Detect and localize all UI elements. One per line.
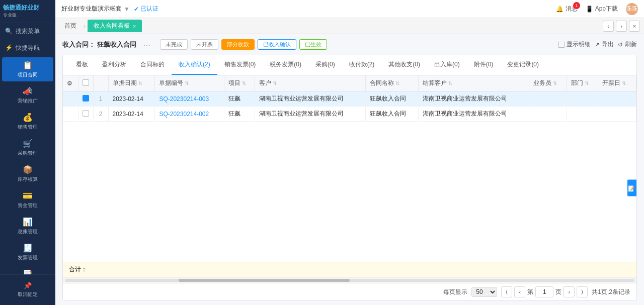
tab-separator: ›	[84, 23, 86, 30]
home-tab[interactable]: 首页	[59, 22, 82, 30]
scroll-thumb[interactable]	[179, 279, 350, 282]
sort-date-icon: ⇅	[138, 80, 142, 86]
column-customer[interactable]: 客户⇅	[255, 75, 365, 91]
page-input[interactable]	[535, 286, 553, 297]
app-download-btn[interactable]: 📱 App下载	[586, 5, 618, 13]
tab-close-btn[interactable]: ×	[133, 23, 136, 29]
refresh-btn[interactable]: ↺ 刷新	[618, 40, 637, 49]
column-date[interactable]: 单据日期⇅	[108, 75, 155, 91]
row-checkbox[interactable]	[83, 95, 89, 101]
sales-icon: 💰	[23, 113, 33, 122]
doc-number-link[interactable]: SQ-20230214-002	[159, 111, 209, 118]
invoice-icon: 🧾	[23, 243, 33, 253]
avatar: 珠珠	[626, 3, 638, 15]
show-detail-btn[interactable]: 显示明细	[558, 40, 591, 49]
scroll-track	[65, 279, 634, 282]
topbar-right: 🔔 1 消息 📱 App下载 珠珠	[556, 3, 638, 15]
tab-close-all-btn[interactable]: ×	[629, 21, 640, 32]
company-selector[interactable]: 好业财专业版演示帐套 ▼	[61, 5, 130, 13]
table-wrapper: ⚙ 单据日期⇅ 单据编号⇅ 项目⇅ 客户⇅ 合同名称⇅ 结算客户⇅ 业务员⇅	[63, 75, 636, 300]
column-project[interactable]: 项目⇅	[224, 75, 255, 91]
tab-other-income[interactable]: 其他收支(0)	[381, 55, 427, 75]
sort-settlement-icon: ⇅	[448, 80, 452, 86]
inner-tabs: 看板 盈利分析 合同标的 收入确认(2) 销售发票(0) 税务发票(0) 采购(…	[63, 55, 636, 75]
row-doc-number[interactable]: SQ-20230214-003	[155, 91, 224, 107]
status-incomplete-btn[interactable]: 未完成	[160, 39, 188, 50]
tab-change-log[interactable]: 变更记录(0)	[500, 55, 546, 75]
select-all-checkbox[interactable]	[83, 79, 89, 86]
column-settlement-customer[interactable]: 结算客户⇅	[419, 75, 529, 91]
logo-sub-text: 专业版	[3, 12, 39, 19]
sidebar-item-general[interactable]: 📊 总账管理	[0, 213, 55, 239]
tab-sales-invoice[interactable]: 销售发票(0)	[217, 55, 263, 75]
status-uninvoiced-btn[interactable]: 未开票	[191, 39, 218, 50]
tab-kanban[interactable]: 看板	[69, 55, 95, 75]
horizontal-scrollbar[interactable]	[63, 277, 636, 283]
company-name: 好业财专业版演示帐套	[61, 5, 122, 13]
row-settings[interactable]	[63, 91, 78, 107]
tab-payment[interactable]: 收付款(2)	[342, 55, 382, 75]
export-btn[interactable]: ↗ 导出	[595, 40, 614, 49]
sidebar-item-invoice[interactable]: 🧾 发票管理	[0, 239, 55, 265]
messages-btn[interactable]: 🔔 1 消息	[556, 5, 578, 13]
row-checkbox-cell[interactable]	[78, 107, 93, 122]
tab-contract-items[interactable]: 合同标的	[133, 55, 172, 75]
sidebar-item-tax[interactable]: 📑 税务管理	[0, 265, 55, 274]
column-contract-name[interactable]: 合同名称⇅	[365, 75, 419, 91]
sidebar-item-sales[interactable]: 💰 销售管理	[0, 109, 55, 135]
sidebar-item-project-contract[interactable]: 📋 项目合同	[2, 57, 53, 81]
search-icon: 🔍	[5, 28, 13, 35]
row-salesman	[529, 107, 567, 122]
tab-prev-btn[interactable]: ‹	[603, 21, 614, 32]
tab-attachment[interactable]: 附件(0)	[467, 55, 501, 75]
sidebar-unpin-btn[interactable]: 📌 取消固定	[0, 278, 55, 302]
purchase-icon: 🛒	[23, 139, 33, 148]
next-page-btn[interactable]: ›	[564, 286, 575, 297]
per-page-select[interactable]: 50 100 200	[471, 287, 497, 297]
tab-purchase[interactable]: 采购(0)	[308, 55, 342, 75]
last-page-btn[interactable]: ⟩	[577, 286, 588, 297]
column-settings[interactable]: ⚙	[63, 75, 78, 91]
sort-contract-icon: ⇅	[395, 80, 399, 86]
tab-tax-invoice[interactable]: 税务发票(0)	[263, 55, 308, 75]
tab-warehouse[interactable]: 出入库(0)	[427, 55, 467, 75]
right-note-btn[interactable]: 📝	[627, 180, 636, 196]
export-label: 导出	[602, 40, 614, 49]
tab-revenue-confirm[interactable]: 收入确认(2)	[172, 55, 217, 75]
user-avatar-btn[interactable]: 珠珠	[626, 3, 638, 15]
doc-number-link[interactable]: SQ-20230214-003	[159, 95, 209, 103]
column-department[interactable]: 部门⇅	[567, 75, 598, 91]
sidebar-item-funds[interactable]: 💳 资金管理	[0, 187, 55, 213]
tab-profit-analysis[interactable]: 盈利分析	[95, 55, 133, 75]
contract-more-btn[interactable]: ···	[143, 41, 151, 49]
quick-nav-icon: ⚡	[5, 44, 13, 51]
column-invoice-date[interactable]: 开票日⇅	[598, 75, 636, 91]
column-salesman[interactable]: 业务员⇅	[529, 75, 567, 91]
table-row[interactable]: 2 2023-02-14 SQ-20230214-002 狂飙 湖南卫视商业运营…	[63, 107, 636, 122]
status-effective-btn[interactable]: 已生效	[299, 39, 327, 50]
row-settings[interactable]	[63, 107, 78, 122]
sidebar-item-marketing[interactable]: 📣 营销推广	[0, 82, 55, 109]
row-date: 2023-02-14	[108, 107, 155, 122]
prev-page-btn[interactable]: ‹	[514, 286, 525, 297]
sidebar-item-quick-nav[interactable]: ⚡ 快捷导航	[0, 40, 55, 56]
sidebar-menu: 🔍 搜索菜单 ⚡ 快捷导航 📋 项目合同 📣 营销推广 💰 销售管理 🛒 采购管…	[0, 23, 55, 274]
status-partial-btn[interactable]: 部分收款	[221, 39, 255, 50]
row-checkbox[interactable]	[83, 110, 89, 117]
row-doc-number[interactable]: SQ-20230214-002	[155, 107, 224, 122]
row-checkbox-cell[interactable]	[78, 91, 93, 107]
column-checkbox[interactable]	[78, 75, 93, 91]
sidebar-item-purchase[interactable]: 🛒 采购管理	[0, 135, 55, 161]
column-number[interactable]: 单据编号⇅	[155, 75, 224, 91]
active-tab[interactable]: 收入合同看板 ×	[88, 20, 142, 32]
table-row[interactable]: 1 2023-02-14 SQ-20230214-003 狂飙 湖南卫视商业运营…	[63, 91, 636, 107]
checkbox-icon	[558, 42, 565, 48]
per-page-label: 每页显示	[443, 288, 467, 296]
tab-next-btn[interactable]: ›	[616, 21, 627, 32]
sort-invoice-icon: ⇅	[622, 80, 626, 86]
row-contract-name: 狂飙收入合同	[365, 107, 419, 122]
status-confirmed-btn[interactable]: 已收入确认	[258, 39, 296, 50]
sidebar-item-search[interactable]: 🔍 搜索菜单	[0, 23, 55, 40]
first-page-btn[interactable]: ⟨	[501, 286, 512, 297]
sidebar-item-inventory[interactable]: 📦 库存核算	[0, 161, 55, 187]
